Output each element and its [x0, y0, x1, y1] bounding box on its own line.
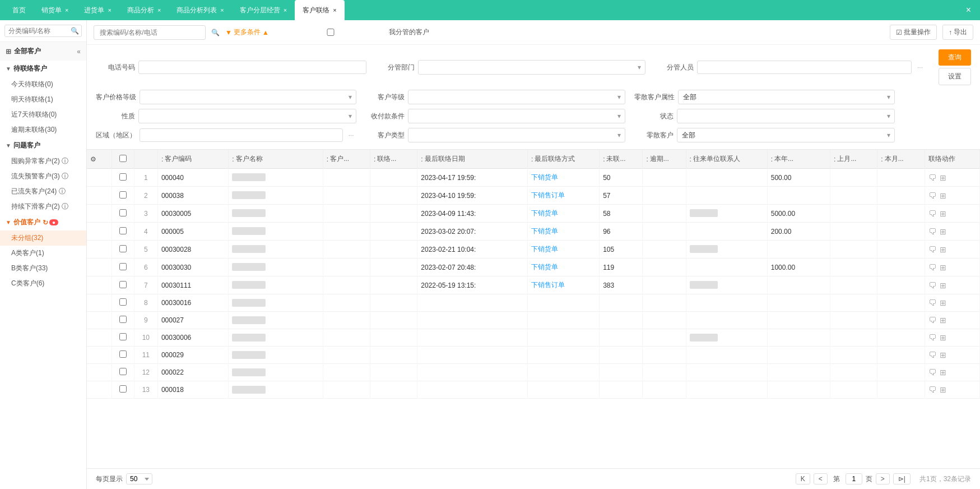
phone-action-icon[interactable]: 🗨	[928, 368, 936, 377]
collapse-icon[interactable]: «	[77, 48, 81, 56]
tab-customer-tier[interactable]: 客户分层经营 ×	[232, 0, 295, 20]
sidebar-item-b-class[interactable]: B类客户(33)	[0, 261, 86, 276]
dept-select[interactable]	[418, 60, 646, 75]
per-page-select[interactable]: 20 50 100	[126, 473, 152, 485]
th-last-contact-method[interactable]: : 最后联络方式	[527, 150, 599, 169]
select-all-checkbox[interactable]	[119, 155, 127, 162]
tab-home[interactable]: 首页	[4, 0, 34, 20]
th-settings[interactable]: ⚙	[87, 150, 112, 169]
row-checkbox[interactable]	[119, 368, 127, 375]
more-conditions-button[interactable]: ▼ 更多条件 ▲	[225, 27, 269, 37]
row-checkbox[interactable]	[119, 227, 127, 234]
export-button[interactable]: ↑ 导出	[942, 25, 973, 40]
th-customer-code[interactable]: : 客户编码	[157, 150, 228, 169]
sidebar-group-problem[interactable]: ▼ 问题客户	[0, 137, 86, 154]
sidebar-item-7days[interactable]: 近7天待联络(0)	[0, 107, 86, 122]
tab-product-analysis[interactable]: 商品分析 ×	[119, 0, 169, 20]
sidebar-item-tomorrow[interactable]: 明天待联络(1)	[0, 92, 86, 107]
phone-action-icon[interactable]: 🗨	[928, 191, 936, 200]
sidebar-item-today[interactable]: 今天待联络(0)	[0, 77, 86, 92]
last-method-link[interactable]: 下销货单	[531, 263, 558, 271]
retail-customer-select[interactable]: 全部	[677, 128, 895, 142]
sidebar-item-ungroup[interactable]: 未分组(32)	[0, 230, 86, 246]
last-method-link[interactable]: 下销货单	[531, 245, 558, 253]
settings-icon[interactable]: ⚙	[90, 155, 96, 163]
sidebar-item-overdue[interactable]: 逾期未联络(30)	[0, 122, 86, 137]
grid-action-icon[interactable]: ⊞	[940, 227, 946, 236]
grid-action-icon[interactable]: ⊞	[940, 263, 946, 272]
customer-level-select[interactable]	[408, 90, 626, 104]
tab-product-analysis-list[interactable]: 商品分析列表 ×	[169, 0, 231, 20]
row-checkbox[interactable]	[119, 263, 127, 270]
th-this-year[interactable]: : 本年...	[767, 150, 830, 169]
row-checkbox[interactable]	[119, 191, 127, 199]
region-input[interactable]	[140, 128, 343, 142]
phone-action-icon[interactable]: 🗨	[928, 245, 936, 254]
phone-action-icon[interactable]: 🗨	[928, 333, 936, 342]
my-customers-checkbox[interactable]	[275, 29, 387, 36]
row-checkbox[interactable]	[119, 316, 127, 323]
row-checkbox[interactable]	[119, 173, 127, 181]
grid-action-icon[interactable]: ⊞	[940, 281, 946, 290]
tab-product-analysis-list-close[interactable]: ×	[220, 7, 224, 13]
phone-action-icon[interactable]: 🗨	[928, 385, 936, 394]
sidebar-item-c-class[interactable]: C类客户(6)	[0, 276, 86, 291]
phone-input[interactable]	[138, 61, 366, 74]
sidebar-item-lost[interactable]: 已流失客户(24) ⓘ	[0, 184, 86, 199]
price-level-select[interactable]	[140, 90, 356, 104]
th-customer-type[interactable]: : 客户...	[323, 150, 370, 169]
sidebar-search-icon[interactable]: 🔍	[71, 27, 79, 35]
person-input[interactable]	[697, 61, 912, 74]
phone-action-icon[interactable]: 🗨	[928, 298, 936, 307]
my-customers-checkbox-label[interactable]: 我分管的客户	[275, 27, 429, 37]
sidebar-item-hoard-anomaly[interactable]: 囤购异常客户(2) ⓘ	[0, 154, 86, 169]
grid-action-icon[interactable]: ⊞	[940, 385, 946, 394]
sidebar-group-pending[interactable]: ▼ 待联络客户	[0, 61, 86, 77]
th-last-month[interactable]: : 上月...	[830, 150, 877, 169]
th-company-contact[interactable]: : 往来单位联系人	[686, 150, 767, 169]
query-button[interactable]: 查询	[939, 49, 971, 66]
tab-purchase[interactable]: 进货单 ×	[76, 0, 119, 20]
sidebar-item-loss-warning[interactable]: 流失预警客户(3) ⓘ	[0, 169, 86, 184]
page-number-input[interactable]	[846, 473, 862, 485]
th-this-month[interactable]: : 本月...	[877, 150, 925, 169]
grid-action-icon[interactable]: ⊞	[940, 333, 946, 342]
reset-button[interactable]: 设置	[939, 68, 971, 85]
phone-action-icon[interactable]: 🗨	[928, 263, 936, 272]
grid-action-icon[interactable]: ⊞	[940, 316, 946, 325]
tab-sales[interactable]: 销货单 ×	[34, 0, 76, 20]
th-contact[interactable]: : 联络...	[370, 150, 417, 169]
grid-action-icon[interactable]: ⊞	[940, 191, 946, 200]
th-overdue[interactable]: : 逾期...	[643, 150, 686, 169]
row-checkbox[interactable]	[119, 245, 127, 252]
retail-attr-select[interactable]: 全部	[678, 90, 895, 104]
tab-purchase-close[interactable]: ×	[108, 7, 111, 13]
region-more-icon[interactable]: ···	[346, 131, 356, 139]
row-checkbox[interactable]	[119, 333, 127, 340]
row-checkbox[interactable]	[119, 385, 127, 393]
row-checkbox[interactable]	[119, 298, 127, 306]
sidebar-item-declining[interactable]: 持续下滑客户(2) ⓘ	[0, 199, 86, 214]
nature-select[interactable]	[138, 109, 356, 123]
row-checkbox[interactable]	[119, 350, 127, 358]
phone-action-icon[interactable]: 🗨	[928, 281, 936, 290]
th-customer-name[interactable]: : 客户名称	[229, 150, 323, 169]
batch-operation-button[interactable]: ☑ 批量操作	[890, 25, 937, 40]
phone-action-icon[interactable]: 🗨	[928, 316, 936, 325]
row-checkbox[interactable]	[119, 281, 127, 288]
row-checkbox[interactable]	[119, 209, 127, 216]
person-more-icon[interactable]: ···	[915, 63, 925, 71]
payment-select[interactable]	[408, 109, 626, 123]
tab-customer-tier-close[interactable]: ×	[284, 7, 287, 13]
grid-action-icon[interactable]: ⊞	[940, 298, 946, 307]
refresh-icon[interactable]: ↻	[43, 219, 48, 227]
phone-action-icon[interactable]: 🗨	[928, 209, 936, 218]
last-page-button[interactable]: ⊳|	[893, 473, 911, 485]
grid-action-icon[interactable]: ⊞	[940, 350, 946, 359]
grid-action-icon[interactable]: ⊞	[940, 209, 946, 218]
last-method-link[interactable]: 下销货单	[531, 209, 558, 217]
prev-page-button[interactable]: <	[814, 473, 828, 485]
last-method-link[interactable]: 下销货单	[531, 173, 558, 181]
phone-action-icon[interactable]: 🗨	[928, 350, 936, 359]
customer-type-select[interactable]	[408, 128, 626, 142]
